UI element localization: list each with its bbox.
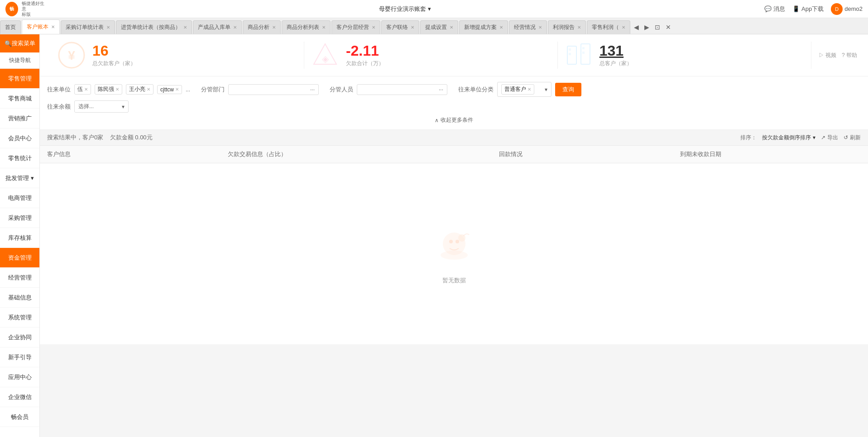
sidebar-item-member[interactable]: 会员中心 [0,128,39,148]
stat-label-customers: 总欠款客户（家） [92,60,136,67]
tab-next-btn[interactable]: ▶ [642,20,652,34]
tab-prev-btn[interactable]: ◀ [631,20,642,34]
sidebar-item-app-center[interactable]: 应用中心 [0,367,39,387]
tab-close-segment[interactable]: ✕ [372,25,375,30]
sidebar-item-ecommerce[interactable]: 电商管理 [0,188,39,208]
tag-close-3[interactable]: ✕ [147,87,150,92]
svg-text:◈: ◈ [321,54,329,64]
unit-class-label: 往来单位分类 [458,86,494,94]
tag-unit-class[interactable]: 普通客户 ✕ [501,84,534,95]
tab-customers[interactable]: 客户账本 ✕ [22,19,60,34]
tab-expand-btn[interactable]: ⊡ [652,20,663,34]
tag-close-2[interactable]: ✕ [115,87,119,92]
tag-unit-2[interactable]: 陈民强 ✕ [95,84,122,95]
tab-new-tips-plan[interactable]: 新增提成方案 ✕ [459,20,508,34]
tab-cost-entry[interactable]: 产成品入库单 ✕ [193,20,242,34]
tab-close-product[interactable]: ✕ [272,25,276,30]
collapse-btn[interactable]: ∧ 收起更多条件 [435,116,473,124]
sidebar-item-new-guide[interactable]: 新手引导 [0,347,39,367]
sidebar-item-wholesale[interactable]: 批发管理 ▾ [0,168,39,188]
export-btn[interactable]: ↗ 导出 [821,134,838,142]
tab-product-analysis-list[interactable]: 商品分析列表 ✕ [282,20,331,34]
balance-select[interactable]: 选择... ▾ [74,100,129,113]
tab-bar: 首页 客户账本 ✕ 采购订单统计表 ✕ 进货单统计表（按商品） ✕ 产成品入库单… [0,18,868,34]
refresh-btn[interactable]: ↺ 刷新 [844,134,861,142]
tab-retail-profit[interactable]: 零售利润（ ✕ [587,20,630,34]
tag-unit-3[interactable]: 王小亮 ✕ [126,84,153,95]
dept-label: 分管部门 [201,86,225,94]
tab-import-stats[interactable]: 进货单统计表（按商品） ✕ [116,20,192,34]
tag-close-1[interactable]: ✕ [84,87,88,92]
person-more-icon: ··· [439,86,443,93]
tab-operation-status[interactable]: 经营情况 ✕ [509,20,547,34]
sidebar-item-marketing[interactable]: 营销推广 [0,109,39,128]
app-download-btn[interactable]: 📱 App下载 [792,5,824,13]
tab-product-analysis[interactable]: 商品分析 ✕ [243,20,281,34]
sidebar-item-operation[interactable]: 经营管理 [0,268,39,288]
sidebar-quick-nav[interactable]: 快捷导航 [0,52,39,69]
tab-close-customers[interactable]: ✕ [51,24,55,29]
tab-close-import[interactable]: ✕ [183,25,187,30]
tab-purchase-order[interactable]: 采购订单统计表 ✕ [61,20,115,34]
user-profile[interactable]: D demo2 [831,3,863,15]
stats-banner-actions: ▷ 视频 ? 帮助 [811,52,857,59]
tag-unit-4[interactable]: cjttcw ✕ [157,85,182,94]
content-area: ¥ 16 总欠款客户（家） ◈ -2.11 欠款合计（万） [40,34,868,437]
tab-close-tips[interactable]: ✕ [450,25,453,30]
refresh-icon: ↺ [844,134,848,141]
balance-arrow: ▾ [122,104,125,110]
unit-label: 往来单位 [47,86,71,94]
dept-more-icon: ··· [310,86,315,93]
stat-label-debt: 欠款合计（万） [346,60,384,67]
query-button[interactable]: 查询 [555,83,581,96]
stat-text-customers: 16 总欠款客户（家） [92,43,136,67]
company-selector[interactable]: 母婴行业演示账套 ▾ [379,5,431,13]
help-btn[interactable]: ? 帮助 [842,52,857,59]
chevron-right-icon: ▾ [31,175,34,181]
dept-select[interactable]: ··· [228,84,319,95]
tab-profit-report[interactable]: 利润报告 ✕ [548,20,586,34]
tab-close-cost[interactable]: ✕ [233,25,237,30]
empty-text: 暂无数据 [442,276,466,285]
sidebar-item-finance[interactable]: 资金管理 [0,248,39,268]
table-header: 客户信息 欠款交易信息（占比） 回款情况 到期未收款日期 [40,146,868,163]
sidebar-item-system[interactable]: 系统管理 [0,308,39,328]
unit-class-arrow: ▾ [545,86,547,93]
tab-customer-segment[interactable]: 客户分层经营 ✕ [331,20,380,34]
tab-close-operation[interactable]: ✕ [538,25,542,30]
tab-close-profit[interactable]: ✕ [577,25,581,30]
filter-area: 往来单位 伍 ✕ 陈民强 ✕ 王小亮 ✕ cjttcw ✕ ... [40,76,868,130]
sidebar-item-retail-stats[interactable]: 零售统计 [0,148,39,168]
tab-close-new-tips[interactable]: ✕ [499,25,503,30]
stat-item-total-customers: 131 总客户（家） [558,42,811,69]
svg-text:¥: ¥ [68,48,75,62]
tab-close-product-list[interactable]: ✕ [322,25,326,30]
collapse-icon: ∧ [435,117,439,124]
tab-close-purchase[interactable]: ✕ [106,25,110,30]
sidebar-item-inventory[interactable]: 库存核算 [0,228,39,248]
sort-select[interactable]: 按欠款金额倒序排序 ▾ [762,134,815,142]
person-select[interactable]: ··· [357,84,447,95]
sidebar-search[interactable]: 🔍 搜索菜单 [0,34,39,52]
messages-btn[interactable]: 💬 消息 [764,5,785,13]
tag-more-btn[interactable]: ... [186,86,190,93]
sidebar-item-purchase[interactable]: 采购管理 [0,208,39,228]
tab-close-all-btn[interactable]: ✕ [663,20,674,34]
tab-close-contact[interactable]: ✕ [411,25,414,30]
tab-customer-contact[interactable]: 客户联络 ✕ [381,20,419,34]
table-body: 暂无数据 [40,163,868,344]
sidebar-item-enterprise-collab[interactable]: 企业协同 [0,328,39,347]
sidebar-item-retail-mgmt[interactable]: 零售管理 [0,69,39,89]
sidebar-item-enterprise-wechat[interactable]: 企业微信 [0,387,39,407]
sidebar-item-basic-info[interactable]: 基础信息 [0,288,39,308]
tab-tip-settings[interactable]: 提成设置 ✕ [420,20,458,34]
tag-unit-1[interactable]: 伍 ✕ [74,84,91,95]
sidebar-item-retail-mall[interactable]: 零售商城 [0,89,39,109]
video-btn[interactable]: ▷ 视频 [819,52,836,59]
tab-close-retail[interactable]: ✕ [622,25,625,30]
unit-class-select[interactable]: 普通客户 ✕ ▾ [497,82,551,97]
tag-close-class[interactable]: ✕ [528,87,531,92]
tag-close-4[interactable]: ✕ [175,87,179,92]
tab-home[interactable]: 首页 [0,20,21,34]
sidebar-item-chang-member[interactable]: 畅会员 [0,407,39,427]
